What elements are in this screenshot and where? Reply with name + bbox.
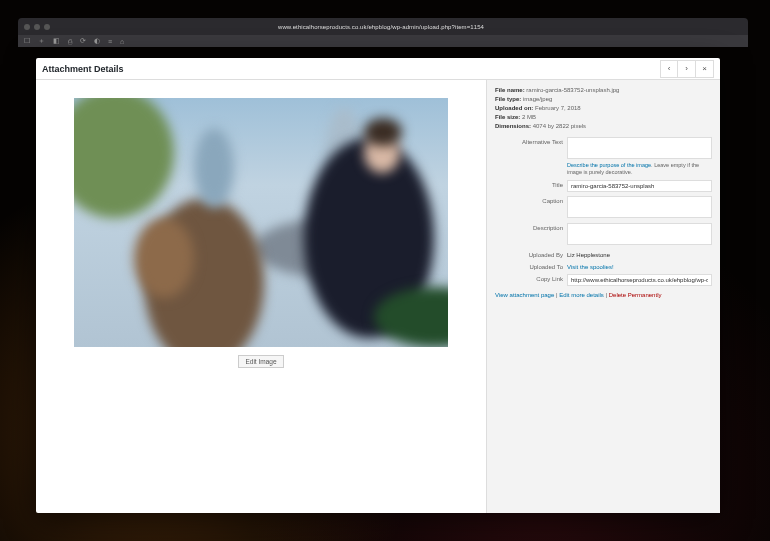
alt-text-hint: Describe the purpose of the image. Leave… — [567, 162, 712, 176]
description-input[interactable] — [567, 223, 712, 245]
next-attachment-button[interactable]: › — [678, 60, 696, 78]
attachment-details-modal: Attachment Details ‹ › × Edit Image File… — [36, 58, 720, 513]
uploaded-by-label: Uploaded By — [495, 250, 563, 258]
modal-header: Attachment Details ‹ › × — [36, 58, 720, 80]
caption-label: Caption — [495, 196, 563, 204]
title-input[interactable] — [567, 180, 712, 192]
details-sidebar: File name: ramiro-garcia-583752-unsplash… — [486, 80, 720, 513]
media-preview-column: Edit Image — [36, 80, 486, 513]
alt-hint-link[interactable]: Describe the purpose of the image — [567, 162, 651, 168]
uploaded-to-label: Uploaded To — [495, 262, 563, 270]
alt-text-input[interactable] — [567, 137, 712, 159]
meta-uploaded-on: Uploaded on: February 7, 2018 — [495, 104, 712, 113]
modal-title: Attachment Details — [42, 64, 124, 74]
copy-link-input[interactable] — [567, 274, 712, 286]
browser-toolbar: www.ethicalhorseproducts.co.uk/ehpblog/w… — [18, 18, 748, 35]
attachment-actions: View attachment page | Edit more details… — [495, 292, 712, 298]
attachment-image — [74, 98, 448, 347]
view-attachment-link[interactable]: View attachment page — [495, 292, 554, 298]
alt-text-label: Alternative Text — [495, 137, 563, 145]
meta-filesize: File size: 2 MB — [495, 113, 712, 122]
caption-input[interactable] — [567, 196, 712, 218]
url-bar[interactable]: www.ethicalhorseproducts.co.uk/ehpblog/w… — [50, 24, 712, 30]
meta-filename: File name: ramiro-garcia-583752-unsplash… — [495, 86, 712, 95]
delete-permanently-link[interactable]: Delete Permanently — [609, 292, 662, 298]
copy-link-label: Copy Link — [495, 274, 563, 282]
close-modal-button[interactable]: × — [696, 60, 714, 78]
title-label: Title — [495, 180, 563, 188]
toolbar-icons: ☐＋◧⎙ ⟳◐≡⌂ — [18, 35, 748, 47]
uploaded-to-link[interactable]: Visit the spoolies! — [567, 264, 614, 270]
meta-dimensions: Dimensions: 4074 by 2822 pixels — [495, 122, 712, 131]
edit-more-link[interactable]: Edit more details — [559, 292, 604, 298]
window-controls — [24, 24, 50, 30]
prev-attachment-button[interactable]: ‹ — [660, 60, 678, 78]
meta-filetype: File type: image/jpeg — [495, 95, 712, 104]
description-label: Description — [495, 223, 563, 231]
uploaded-by-value: Liz Hepplestone — [567, 250, 610, 258]
edit-image-button[interactable]: Edit Image — [238, 355, 283, 368]
